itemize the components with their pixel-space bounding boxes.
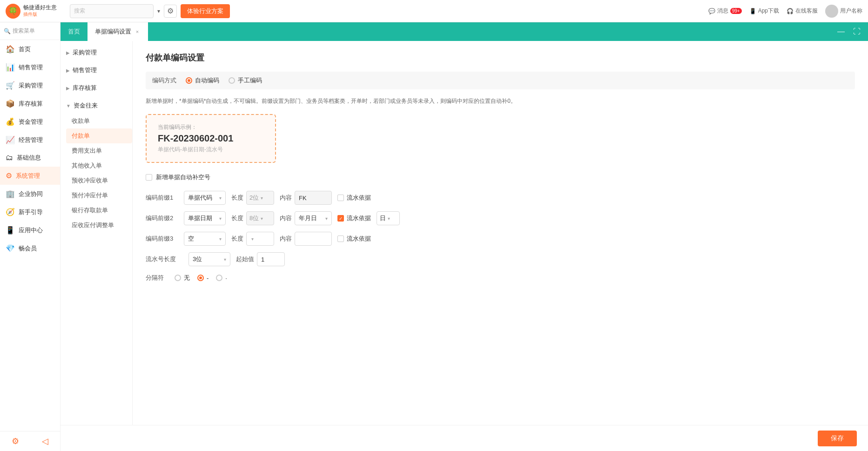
subnav-header-purchase[interactable]: ▶ 采购管理 [61, 45, 132, 61]
prefix1-select[interactable]: 单据代码 ▾ [184, 191, 226, 205]
prefix2-select[interactable]: 单据日期 ▾ [184, 211, 226, 225]
settings-bottom-icon[interactable]: ⚙ [12, 436, 19, 446]
subnav-item-expense[interactable]: 费用支出单 [66, 143, 132, 158]
start-value-group: 起始值 1 [236, 252, 285, 266]
fund-icon: 💰 [6, 117, 15, 126]
subnav-item-recv-adjust[interactable]: 应收应付调整单 [66, 218, 132, 233]
online-service-label: 在线客服 [795, 7, 818, 15]
sidebar-item-guide[interactable]: 🧭 新手引导 [0, 203, 60, 221]
topbar-dropdown[interactable]: ▾ [157, 8, 160, 14]
subnav-item-payment[interactable]: 付款单 [66, 128, 132, 143]
form-area: 付款单编码设置 编码方式 自动编码 手工编码 [133, 41, 868, 425]
subnav-header-inventory[interactable]: ▶ 库存核算 [61, 80, 132, 96]
sidebar-item-fund[interactable]: 💰 资金管理 [0, 113, 60, 131]
radio-manual[interactable]: 手工编码 [229, 76, 262, 85]
length2-arrow-icon: ▾ [261, 216, 263, 221]
topbar: 🍀 畅捷通好生意 插件版 搜索 ▾ ⚙ 体验行业方案 💬 消息 99+ 📱 Ap… [0, 0, 868, 22]
user-area[interactable]: 用户名称 [825, 5, 862, 18]
sub-nav: ▶ 采购管理 ▶ 销售管理 ▶ 库存核算 [61, 41, 133, 425]
vip-icon: 💎 [6, 244, 15, 253]
page-content: ▶ 采购管理 ▶ 销售管理 ▶ 库存核算 [61, 41, 868, 425]
inventory-icon: 📦 [6, 99, 15, 108]
chevron-down-icon: ▾ [157, 8, 160, 14]
manual-encode-label: 手工编码 [238, 76, 262, 85]
serial1-checkbox[interactable] [337, 195, 344, 201]
form-title: 付款单编码设置 [146, 52, 855, 63]
sep-options: 无 - · [175, 274, 227, 282]
username-label: 用户名称 [840, 7, 862, 15]
collapse-icon[interactable]: ◁ [42, 436, 48, 446]
start-value-input[interactable]: 1 [257, 252, 285, 266]
length3-label: 长度 [231, 235, 243, 243]
sidebar-item-ops[interactable]: 📈 经营管理 [0, 131, 60, 149]
length2-value: 8位 [249, 214, 259, 222]
subnav-header-fund[interactable]: ▼ 资金往来 [61, 98, 132, 114]
sidebar-item-basic[interactable]: 🗂 基础信息 [0, 149, 60, 167]
content2-group: 内容 年月日 ▾ [280, 211, 332, 225]
sidebar-item-purchase[interactable]: 🛒 采购管理 [0, 76, 60, 94]
sidebar-item-vip[interactable]: 💎 畅会员 [0, 239, 60, 257]
save-button[interactable]: 保存 [818, 431, 857, 446]
auto-fill-row: 新增单据自动补空号 [146, 173, 855, 182]
subnav-item-bank-deposit[interactable]: 银行存取款单 [66, 203, 132, 218]
tabbar-minimize-btn[interactable]: — [834, 25, 848, 38]
prefix2-arrow-icon: ▾ [219, 216, 222, 221]
message-btn[interactable]: 💬 消息 99+ [708, 7, 742, 15]
subnav-item-other-income[interactable]: 其他收入单 [66, 158, 132, 173]
trial-button[interactable]: 体验行业方案 [181, 4, 230, 18]
tab-close-icon[interactable]: × [134, 28, 141, 35]
sidebar-sales-label: 销售管理 [19, 63, 43, 72]
sep-dash-label: - [207, 275, 209, 282]
subnav-item-receipt[interactable]: 收款单 [66, 114, 132, 128]
sales-icon: 📊 [6, 63, 15, 72]
sidebar-item-inventory[interactable]: 📦 库存核算 [0, 94, 60, 113]
gear-icon[interactable]: ⚙ [164, 5, 177, 18]
length2-label: 长度 [231, 214, 243, 222]
length1-value: 2位 [249, 194, 259, 202]
tab-home-label: 首页 [68, 27, 80, 36]
app-download-btn[interactable]: 📱 App下载 [749, 7, 779, 15]
subnav-item-advance-recv[interactable]: 预收冲应收单 [66, 173, 132, 188]
sep-none-option[interactable]: 无 [175, 274, 190, 282]
sep-dash-radio [197, 275, 204, 281]
subnav-item-advance-pay[interactable]: 预付冲应付单 [66, 188, 132, 203]
message-icon: 💬 [708, 8, 715, 14]
sidebar-corp-label: 企业协同 [19, 190, 43, 198]
tab-home[interactable]: 首页 [61, 22, 87, 41]
sidebar-item-appcenter[interactable]: 📱 应用中心 [0, 221, 60, 239]
encode-method-row: 编码方式 自动编码 手工编码 [146, 72, 855, 89]
sys-icon: ⚙ [6, 171, 12, 180]
online-service-btn[interactable]: 🎧 在线客服 [787, 7, 818, 15]
code-preview-value: FK-20230602-001 [158, 133, 264, 144]
prefix3-value: 空 [188, 235, 194, 243]
tab-setting[interactable]: 单据编码设置 × [87, 22, 148, 41]
length2-group: 长度 8位 ▾ [231, 211, 274, 225]
sidebar-item-home[interactable]: 🏠 首页 [0, 40, 60, 58]
sidebar-home-label: 首页 [19, 45, 31, 54]
prefix3-select[interactable]: 空 ▾ [184, 232, 226, 246]
sidebar-search[interactable]: 🔍 搜索菜单 [0, 22, 60, 40]
auto-fill-label: 新增单据自动补空号 [156, 173, 210, 182]
prefix3-label: 编码前缀3 [146, 235, 178, 243]
sidebar-item-sales[interactable]: 📊 销售管理 [0, 58, 60, 76]
auto-fill-checkbox[interactable] [146, 174, 152, 181]
serial2-group: ✓ 流水依据 [337, 214, 371, 222]
sep-dot-radio [216, 275, 222, 281]
day-select[interactable]: 日 ▾ [377, 211, 400, 225]
sidebar-item-corp[interactable]: 🏢 企业协同 [0, 185, 60, 203]
prefix1-row: 编码前缀1 单据代码 ▾ 长度 2位 ▾ [146, 191, 855, 205]
serial3-checkbox[interactable] [337, 236, 344, 242]
length1-select[interactable]: 2位 ▾ [246, 191, 274, 205]
tabbar-maximize-btn[interactable]: ⛶ [850, 25, 863, 38]
length2-select[interactable]: 8位 ▾ [246, 211, 274, 225]
content2-select[interactable]: 年月日 ▾ [295, 211, 332, 225]
sep-dot-option[interactable]: · [216, 275, 227, 282]
serial-length-select[interactable]: 3位 ▾ [188, 252, 230, 266]
length3-select[interactable]: ▾ [246, 232, 274, 246]
sep-dash-option[interactable]: - [197, 275, 209, 282]
radio-auto[interactable]: 自动编码 [186, 76, 219, 85]
subnav-header-sales[interactable]: ▶ 销售管理 [61, 62, 132, 78]
serial2-checkbox[interactable]: ✓ [337, 215, 344, 222]
sidebar-item-sys[interactable]: ⚙ 系统管理 [0, 167, 60, 185]
subnav-group-purchase: ▶ 采购管理 [61, 45, 132, 61]
